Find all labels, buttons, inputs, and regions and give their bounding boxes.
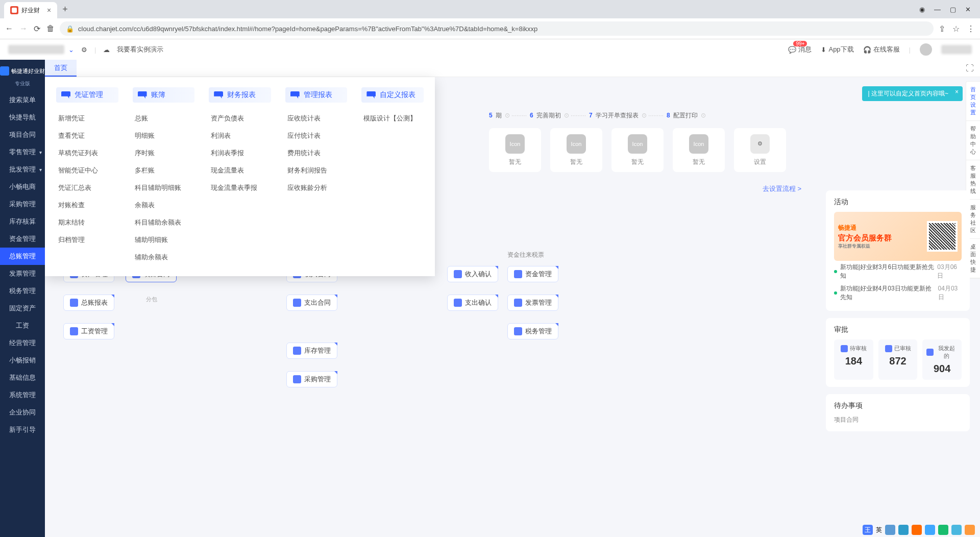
mega-item[interactable]: 新增凭证 [56,110,118,127]
mega-item[interactable]: 辅助明细账 [133,231,195,249]
sidebar-item[interactable]: 税务管理 [0,282,45,300]
tb-icon-3[interactable] [912,525,922,535]
node-salary[interactable]: 工资管理 [63,323,114,339]
mega-item[interactable]: 序时账 [133,144,195,162]
node-income-confirm[interactable]: 收入确认 [447,266,498,282]
node-stock[interactable]: 库存管理 [286,343,337,359]
tab-close-icon[interactable]: × [47,6,51,14]
node-expense-confirm[interactable]: 支出确认 [447,295,498,311]
mega-item[interactable]: 利润表 [209,127,271,144]
empty-card[interactable]: Icon暂无 [611,128,664,172]
settings-card[interactable]: ⚙设置 [734,128,786,172]
sidebar-item[interactable]: 快捷导航 [0,109,45,126]
avatar[interactable] [920,43,932,56]
tb-icon-6[interactable] [951,525,962,535]
menu-icon[interactable]: ⋮ [967,24,975,34]
node-fund[interactable]: 资金管理 [507,266,558,282]
ime-lang[interactable]: 英 [876,526,882,534]
messages-button[interactable]: 99+ 💬 消息 [788,45,812,54]
close-window-icon[interactable]: ✕ [965,6,971,13]
node-ledger[interactable]: 总账报表 [63,295,114,311]
tab-home[interactable]: 首页 [45,60,77,77]
mega-item[interactable]: 余额表 [133,197,195,214]
mega-item[interactable]: 资产负债表 [209,110,271,127]
node-purchase[interactable]: 采购管理 [286,371,337,387]
sidebar-item[interactable]: 企业协同 [0,404,45,421]
empty-card[interactable]: Icon暂无 [489,128,541,172]
mega-item[interactable]: 对账检查 [56,197,118,214]
back-icon[interactable]: ← [5,24,13,33]
gear-icon[interactable]: ⚙ [81,46,87,54]
sidebar-item[interactable]: 基础信息 [0,369,45,386]
sidebar-item[interactable]: 零售管理▾ [0,143,45,161]
news-item[interactable]: 新功能|好业财4月03日功能更新抢先知04月03日 [834,282,962,304]
sidebar-item[interactable]: 发票管理 [0,265,45,282]
service-button[interactable]: 🎧 在线客服 [863,45,900,54]
approve-card[interactable]: 已审核872 [878,339,918,380]
mega-item[interactable]: 费用统计表 [285,144,348,162]
minimize-icon[interactable]: — [934,6,941,13]
forward-icon[interactable]: → [19,24,28,33]
mega-item[interactable]: 期末结转 [56,214,118,231]
mega-item[interactable]: 科目辅助明细账 [133,179,195,197]
new-tab-button[interactable]: + [62,4,68,15]
right-tab[interactable]: 首页设置 [966,82,980,121]
share-icon[interactable]: ⇪ [939,24,945,34]
mega-item[interactable]: 财务利润报告 [285,162,348,179]
star-icon[interactable]: ☆ [952,24,960,34]
mega-item[interactable]: 辅助余额表 [133,249,195,266]
tip-close-icon[interactable]: × [955,88,959,95]
mega-item[interactable]: 草稿凭证列表 [56,144,118,162]
mega-item[interactable]: 现金流量表 [209,162,271,179]
delete-icon[interactable]: 🗑 [46,24,55,33]
tb-icon-7[interactable] [965,525,975,535]
sidebar-item[interactable]: 系统管理 [0,386,45,404]
empty-card[interactable]: Icon暂无 [673,128,725,172]
extensions-icon[interactable]: ◉ [919,6,925,13]
mega-item[interactable]: 应付统计表 [285,127,348,144]
approve-card[interactable]: 我发起的904 [922,339,962,380]
sidebar-item[interactable]: 小畅电商 [0,178,45,196]
news-item[interactable]: 新功能|好业财3月6日功能更新抢先知03月06日 [834,261,962,282]
sidebar-item[interactable]: 采购管理 [0,196,45,213]
sidebar-item[interactable]: 小畅报销 [0,352,45,369]
node-expense[interactable]: 支出合同 [286,295,337,311]
mega-item[interactable]: 应收统计表 [285,110,348,127]
mega-item[interactable]: 归档管理 [56,231,118,249]
download-button[interactable]: ⬇ App下载 [821,45,853,54]
empty-card[interactable]: Icon暂无 [550,128,602,172]
tb-icon-5[interactable] [938,525,948,535]
url-input[interactable]: 🔒 cloud.chanjet.com/cc/u6d89qwnryel/57bf… [60,21,934,36]
mega-item[interactable]: 应收账龄分析 [285,179,348,197]
sidebar-item[interactable]: 批发管理▾ [0,161,45,178]
sidebar-item[interactable]: 新手引导 [0,421,45,438]
tb-icon-2[interactable] [898,525,909,535]
tb-icon-1[interactable] [885,525,895,535]
sidebar-item[interactable]: 经营管理 [0,334,45,352]
reload-icon[interactable]: ⟳ [34,24,40,34]
sidebar-item[interactable]: 搜索菜单 [0,91,45,109]
node-tax[interactable]: 税务管理 [507,323,558,339]
mega-item[interactable]: 现金流量表季报 [209,179,271,197]
fullscreen-icon[interactable]: ⛶ [960,64,980,73]
tb-icon-4[interactable] [925,525,935,535]
sidebar-item[interactable]: 总账管理 [0,248,45,265]
node-invoice[interactable]: 发票管理 [507,295,558,311]
sidebar-item[interactable]: 工资 [0,317,45,334]
sidebar-item[interactable]: 资金管理 [0,230,45,248]
mega-item[interactable]: 查看凭证 [56,127,118,144]
mega-item[interactable]: 利润表季报 [209,144,271,162]
mega-item[interactable]: 智能凭证中心 [56,162,118,179]
mega-item[interactable]: 科目辅助余额表 [133,214,195,231]
demo-link[interactable]: 我要看实例演示 [117,45,163,54]
ime-icon[interactable]: 王 [863,525,873,535]
company-selector[interactable]: ⌄ [8,45,74,54]
mega-item[interactable]: 总账 [133,110,195,127]
mega-item[interactable]: 明细账 [133,127,195,144]
approve-card[interactable]: 待审核184 [834,339,873,380]
sidebar-item[interactable]: 固定资产 [0,300,45,317]
browser-tab[interactable]: 好业财 × [4,2,57,18]
mega-item[interactable]: 模版设计【公测】 [361,110,424,127]
sidebar-item[interactable]: 项目合同 [0,126,45,143]
maximize-icon[interactable]: ▢ [950,6,956,13]
